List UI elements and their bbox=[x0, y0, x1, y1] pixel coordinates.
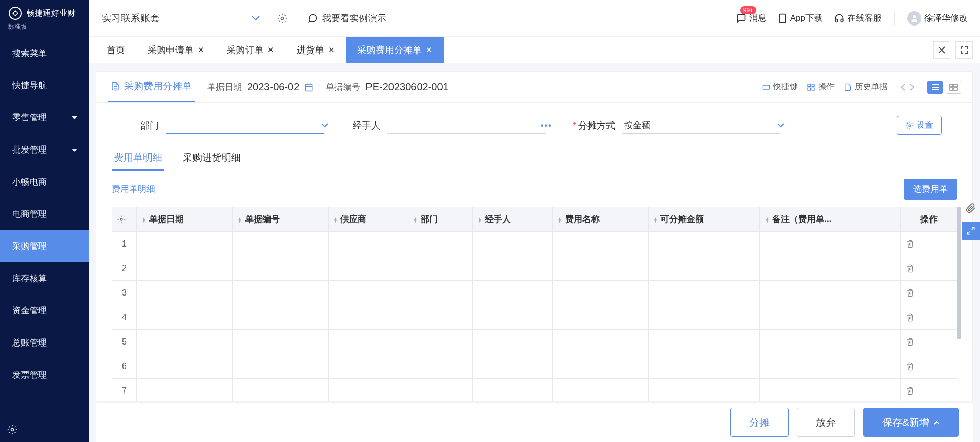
method-input[interactable] bbox=[622, 117, 780, 134]
cell[interactable] bbox=[760, 379, 901, 401]
tab-1[interactable]: 采购申请单✕ bbox=[136, 37, 215, 63]
delete-row-icon[interactable] bbox=[906, 362, 951, 371]
cell[interactable] bbox=[473, 379, 553, 401]
table-row[interactable]: 2 bbox=[112, 256, 957, 281]
cell[interactable] bbox=[473, 305, 553, 330]
sidebar-item-2[interactable]: 零售管理 bbox=[0, 102, 89, 134]
history-button[interactable]: 历史单据 bbox=[844, 82, 888, 92]
column-header-7[interactable]: ▲▼备注（费用单... bbox=[760, 207, 901, 232]
messages-link[interactable]: 99+ 消息 bbox=[736, 12, 767, 24]
cell[interactable] bbox=[408, 281, 473, 305]
table-row[interactable]: 6 bbox=[112, 354, 957, 379]
ledger-settings-icon[interactable] bbox=[277, 13, 287, 23]
cell[interactable] bbox=[901, 232, 957, 256]
cell[interactable] bbox=[408, 379, 473, 401]
cell[interactable] bbox=[648, 379, 760, 401]
card-view-button[interactable] bbox=[946, 81, 961, 94]
sidebar-item-8[interactable]: 资金管理 bbox=[0, 294, 89, 327]
cell[interactable] bbox=[901, 281, 957, 305]
handler-input[interactable] bbox=[387, 117, 546, 134]
sidebar-item-10[interactable]: 发票管理 bbox=[0, 359, 89, 391]
attachment-button[interactable] bbox=[962, 199, 980, 217]
sidebar-item-0[interactable]: 搜索菜单 bbox=[0, 37, 89, 69]
cell[interactable] bbox=[901, 305, 957, 330]
sidebar-item-9[interactable]: 总账管理 bbox=[0, 327, 89, 359]
sidebar-item-5[interactable]: 电商管理 bbox=[0, 198, 89, 230]
cell[interactable] bbox=[408, 305, 473, 330]
cell[interactable] bbox=[901, 354, 957, 379]
table-row[interactable]: 1 bbox=[112, 232, 957, 256]
dept-input[interactable] bbox=[166, 117, 324, 134]
delete-row-icon[interactable] bbox=[906, 338, 951, 346]
user-menu[interactable]: 徐泽华修改 bbox=[907, 11, 968, 26]
tab-4[interactable]: 采购费用分摊单✕ bbox=[346, 37, 444, 63]
subtab-1[interactable]: 采购进货明细 bbox=[181, 146, 243, 171]
table-row[interactable]: 4 bbox=[112, 305, 957, 330]
cell[interactable] bbox=[760, 330, 901, 354]
tab-3[interactable]: 进货单✕ bbox=[285, 37, 346, 63]
cell[interactable] bbox=[648, 330, 760, 354]
cell[interactable] bbox=[137, 281, 233, 305]
app-download-link[interactable]: App下载 bbox=[778, 12, 823, 24]
column-header-5[interactable]: ▲▼费用名称 bbox=[552, 207, 648, 232]
cell[interactable] bbox=[328, 305, 408, 330]
sort-icon[interactable]: ▲▼ bbox=[334, 217, 338, 223]
cell[interactable] bbox=[648, 281, 760, 305]
tab-2[interactable]: 采购订单✕ bbox=[215, 37, 285, 63]
customer-service-link[interactable]: 在线客服 bbox=[834, 12, 882, 24]
sidebar-settings-icon[interactable] bbox=[0, 418, 89, 442]
column-header-0[interactable]: ▲▼单据日期 bbox=[137, 207, 233, 232]
sidebar-item-4[interactable]: 小畅电商 bbox=[0, 166, 89, 198]
cell[interactable] bbox=[760, 354, 901, 379]
cell[interactable] bbox=[232, 354, 328, 379]
cell[interactable] bbox=[408, 354, 473, 379]
cell[interactable] bbox=[552, 232, 648, 256]
cell[interactable] bbox=[760, 256, 901, 281]
cell[interactable] bbox=[552, 379, 648, 401]
cell[interactable] bbox=[552, 305, 648, 330]
cell[interactable] bbox=[901, 330, 957, 354]
cell[interactable] bbox=[648, 354, 760, 379]
cell[interactable] bbox=[552, 330, 648, 354]
sort-icon[interactable]: ▲▼ bbox=[478, 217, 482, 223]
cell[interactable] bbox=[901, 256, 957, 281]
sort-icon[interactable]: ▲▼ bbox=[238, 217, 242, 223]
cell[interactable] bbox=[408, 256, 473, 281]
delete-row-icon[interactable] bbox=[906, 387, 951, 395]
tab-0[interactable]: 首页 bbox=[95, 37, 136, 63]
sort-icon[interactable]: ▲▼ bbox=[654, 217, 658, 223]
cell[interactable] bbox=[408, 232, 473, 256]
cell[interactable] bbox=[760, 232, 901, 256]
delete-row-icon[interactable] bbox=[906, 313, 951, 322]
expand-button[interactable] bbox=[962, 222, 980, 240]
sidebar-item-6[interactable]: 采购管理 bbox=[0, 230, 89, 262]
prev-icon[interactable] bbox=[900, 83, 906, 91]
sort-icon[interactable]: ▲▼ bbox=[413, 217, 418, 223]
delete-row-icon[interactable] bbox=[906, 264, 951, 273]
column-header-6[interactable]: ▲▼可分摊金额 bbox=[648, 207, 760, 232]
method-dropdown-icon[interactable] bbox=[777, 123, 785, 128]
cell[interactable] bbox=[232, 305, 328, 330]
cell[interactable] bbox=[473, 330, 553, 354]
tab-close-icon[interactable]: ✕ bbox=[267, 45, 274, 55]
cell[interactable] bbox=[137, 330, 233, 354]
delete-row-icon[interactable] bbox=[906, 289, 951, 297]
cell[interactable] bbox=[901, 379, 957, 401]
cell[interactable] bbox=[552, 281, 648, 305]
table-row[interactable]: 7 bbox=[112, 379, 957, 401]
cell[interactable] bbox=[232, 379, 328, 401]
list-view-button[interactable] bbox=[927, 81, 943, 94]
column-settings-header[interactable] bbox=[112, 207, 137, 232]
cell[interactable] bbox=[328, 354, 408, 379]
cell[interactable] bbox=[232, 232, 328, 256]
hotkey-button[interactable]: 快捷键 bbox=[762, 82, 798, 92]
cell[interactable] bbox=[473, 354, 553, 379]
table-row[interactable]: 3 bbox=[112, 281, 957, 305]
next-icon[interactable] bbox=[909, 83, 915, 91]
cell[interactable] bbox=[648, 232, 760, 256]
settings-button[interactable]: 设置 bbox=[897, 116, 942, 135]
cell[interactable] bbox=[648, 305, 760, 330]
cell[interactable] bbox=[328, 330, 408, 354]
sort-icon[interactable]: ▲▼ bbox=[765, 217, 769, 223]
operations-button[interactable]: 操作 bbox=[807, 82, 835, 92]
